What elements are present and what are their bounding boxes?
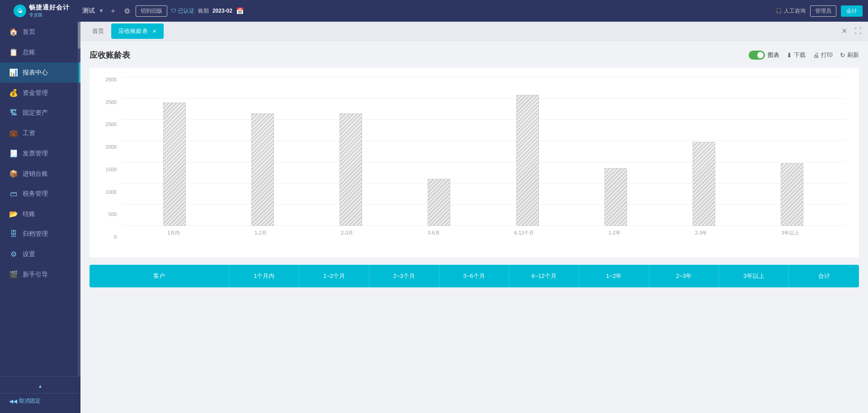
sidebar-item-label: 固定资产	[23, 109, 48, 117]
switch-version-button[interactable]: 切到旧版	[136, 5, 167, 17]
sidebar-item-label: 资金管理	[23, 89, 48, 97]
user-button[interactable]: 管理员	[810, 5, 836, 17]
sidebar-item-reports[interactable]: 📊 报表中心	[0, 62, 80, 83]
header-right: 🎧 人工咨询 管理员 会计	[775, 5, 863, 17]
bar-group	[163, 103, 186, 226]
sidebar: 🏠 首页 📋 总账 📊 报表中心 💰 资金管理 🏗 固定资产 💼 工资	[0, 22, 80, 413]
print-icon: 🖨	[813, 52, 819, 59]
expand-tab-icon[interactable]: ⛶	[853, 25, 863, 37]
refresh-button[interactable]: ↻ 刷新	[840, 51, 859, 59]
consult-button[interactable]: 🎧 人工咨询	[775, 7, 806, 15]
page-header: 应收账龄表 图表 ⬇ 下载 🖨 打印 ↻	[90, 50, 859, 61]
company-dropdown-icon[interactable]: ▼	[99, 8, 104, 14]
table-header-cell: 6~12个月	[509, 265, 579, 287]
page-actions: 图表 ⬇ 下载 🖨 打印 ↻ 刷新	[749, 51, 859, 60]
header-center: 测试 ▼ ＋ ⚙ 切到旧版 🛡 已认证 账期 2023-02 📅	[78, 5, 775, 18]
sidebar-item-archive[interactable]: 🗄 归档管理	[0, 224, 80, 244]
y-label: 0	[114, 234, 117, 239]
guide-icon: 🎬	[9, 270, 18, 279]
bars-row	[121, 77, 845, 226]
role-button[interactable]: 会计	[841, 5, 863, 17]
logo-icon: 🌤	[14, 5, 26, 17]
bar	[340, 113, 362, 226]
ledger-icon: 📋	[9, 48, 18, 56]
chart-container: 2500 2500 2500 2000 1500 1000 500 0	[90, 68, 859, 258]
period-label: 账期	[198, 7, 209, 15]
headset-icon: 🎧	[775, 8, 782, 14]
y-label: 2000	[106, 144, 117, 150]
stock-icon: 📦	[9, 169, 18, 178]
table-header-cell: 合计	[789, 265, 859, 287]
sidebar-item-ledger[interactable]: 📋 总账	[0, 42, 80, 62]
table-header-row: 客户1个月内1~2个月2~3个月3~6个月6~12个月1~2年2~3年3年以上合…	[90, 265, 859, 287]
tab-ar-aging[interactable]: 应收账龄表 ✕	[111, 23, 164, 39]
settings-sidebar-icon: ⚙	[9, 250, 18, 258]
close-tab-icon[interactable]: ✕	[840, 25, 849, 37]
sidebar-item-label: 归档管理	[23, 230, 48, 238]
bar-group	[693, 142, 715, 226]
bar	[516, 95, 539, 226]
bar	[693, 142, 715, 226]
shield-icon: 🛡	[171, 8, 176, 14]
sidebar-item-stock[interactable]: 📦 进销台账	[0, 164, 80, 184]
sidebar-item-guide[interactable]: 🎬 新手引导	[0, 264, 80, 285]
chart-area: 2500 2500 2500 2000 1500 1000 500 0	[103, 77, 845, 239]
sidebar-item-invoice[interactable]: 🧾 发票管理	[0, 143, 80, 164]
sidebar-item-label: 税务管理	[23, 190, 48, 198]
calendar-icon[interactable]: 📅	[236, 7, 244, 14]
sidebar-item-close[interactable]: 📂 结账	[0, 204, 80, 224]
sidebar-item-tax[interactable]: 🗃 税务管理	[0, 184, 80, 204]
main-layout: 🏠 首页 📋 总账 📊 报表中心 💰 资金管理 🏗 固定资产 💼 工资	[0, 22, 868, 413]
page-content: 应收账龄表 图表 ⬇ 下载 🖨 打印 ↻	[80, 41, 868, 413]
archive-icon: 🗄	[9, 230, 18, 238]
x-label: 2-3年	[695, 230, 707, 236]
scroll-up-icon[interactable]: ▲	[38, 383, 42, 390]
cert-badge: 🛡 已认证	[171, 7, 194, 15]
download-button[interactable]: ⬇ 下载	[787, 51, 806, 59]
y-label: 500	[108, 211, 117, 217]
sidebar-item-assets[interactable]: 🏗 固定资产	[0, 103, 80, 123]
logo-area: 🌤 畅捷通好会计 专业版	[5, 4, 78, 18]
cancel-fixed-button[interactable]: ◀◀ 取消固定	[0, 393, 80, 408]
y-axis: 2500 2500 2500 2000 1500 1000 500 0	[103, 77, 121, 239]
sidebar-scrollbar-track	[78, 22, 80, 376]
data-table: 客户1个月内1~2个月2~3个月3~6个月6~12个月1~2年2~3年3年以上合…	[90, 265, 859, 287]
bar-group	[251, 113, 274, 226]
add-icon[interactable]: ＋	[108, 5, 118, 18]
sidebar-item-home[interactable]: 🏠 首页	[0, 22, 80, 42]
logo-title: 畅捷通好会计	[29, 4, 70, 12]
sidebar-item-label: 工资	[23, 129, 35, 137]
chart-body: 1月内1-2月2-3月3-6月6-12个月1-2年2-3年3年以上	[121, 77, 845, 239]
period-value: 2023-02	[212, 8, 232, 14]
table-header-cell: 1~2个月	[299, 265, 369, 287]
chart-toggle-wrap: 图表	[749, 51, 779, 60]
assets-icon: 🏗	[9, 109, 18, 117]
tab-close-icon[interactable]: ✕	[152, 28, 156, 34]
sidebar-item-settings[interactable]: ⚙ 设置	[0, 244, 80, 264]
sidebar-scrollbar-thumb[interactable]	[78, 22, 80, 49]
y-label: 2500	[106, 99, 117, 105]
x-label: 1-2年	[609, 230, 621, 236]
tab-home[interactable]: 首页	[85, 23, 111, 39]
sidebar-item-label: 发票管理	[23, 150, 48, 158]
content-area: 首页 应收账龄表 ✕ ✕ ⛶ 应收账龄表 图表	[80, 22, 868, 413]
refresh-icon: ↻	[840, 52, 845, 59]
sidebar-item-label: 报表中心	[23, 69, 48, 77]
sidebar-item-funds[interactable]: 💰 资金管理	[0, 83, 80, 103]
bar	[428, 179, 450, 226]
y-label: 1000	[106, 189, 117, 195]
y-label: 2500	[106, 77, 117, 82]
bar	[163, 103, 186, 226]
print-button[interactable]: 🖨 打印	[813, 51, 833, 59]
download-icon: ⬇	[787, 52, 792, 59]
y-label: 2500	[106, 122, 117, 127]
tab-actions: ✕ ⛶	[840, 25, 863, 37]
sidebar-item-payroll[interactable]: 💼 工资	[0, 123, 80, 143]
settings-icon[interactable]: ⚙	[122, 5, 132, 17]
invoice-icon: 🧾	[9, 149, 18, 158]
tax-icon: 🗃	[9, 190, 18, 198]
x-label: 1月内	[167, 230, 180, 236]
table-header-cell: 客户	[90, 265, 229, 287]
chart-toggle[interactable]	[749, 51, 765, 60]
table-header-cell: 3~6个月	[439, 265, 509, 287]
